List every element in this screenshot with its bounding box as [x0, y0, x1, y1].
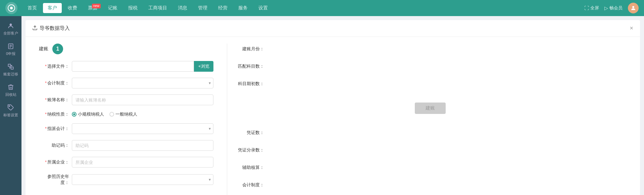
info-row-2: 科目期初数： — [234, 78, 627, 89]
file-row: *选择文件： +浏览 — [39, 61, 213, 72]
info-row-6: 会计制度： — [234, 180, 627, 190]
info-label-2: 科目期初数： — [234, 81, 264, 87]
nav-accounting[interactable]: 记账 — [103, 3, 122, 13]
sidebar-item-tag-settings[interactable]: 标签设置 — [0, 101, 21, 121]
nav-tax[interactable]: 报税 — [123, 3, 142, 13]
sidebar-label-migrate: 账套迁移 — [3, 72, 18, 77]
radio-small-scale[interactable]: 小规模纳税人 — [72, 111, 104, 117]
nav-business[interactable]: 工商项目 — [144, 3, 172, 13]
sidebar-label-all-customers: 全部客户 — [3, 31, 18, 36]
step-label: 建账 — [39, 46, 48, 52]
radio-general[interactable]: 一般纳税人 — [109, 111, 137, 117]
tag-icon — [7, 104, 14, 111]
info-row-3: 凭证数： — [234, 127, 627, 138]
tax-type-row: *纳税性质： 小规模纳税人 一般纳税人 — [39, 111, 213, 117]
nav-invoice[interactable]: 票据 new — [83, 3, 102, 13]
screen-icon — [584, 5, 589, 11]
trash-icon — [7, 83, 14, 91]
accountant-row: *指派会计： ▾ — [39, 123, 213, 134]
accountant-label: *指派会计： — [39, 126, 69, 132]
logo-icon — [8, 4, 15, 12]
sidebar: 全部客户 0申报 账套迁移 回收站 标签设置 — [0, 16, 21, 195]
accounting-system-select-wrap: ▾ — [72, 78, 213, 88]
sidebar-label-recycle: 回收站 — [5, 92, 16, 97]
nav-service[interactable]: 服务 — [234, 3, 252, 13]
main-panel: 导爷数据导入 × 建账 1 *选择文件： — [26, 20, 640, 195]
main-content: 导爷数据导入 × 建账 1 *选择文件： — [21, 16, 644, 195]
nav-items: 首页 客户 收费 票据 new 记账 报税 工商项目 消息 管理 经营 服务 设… — [23, 3, 584, 13]
info-row-1: 匹配科目数： — [234, 61, 627, 72]
tax-type-label: *纳税性质： — [39, 111, 69, 117]
info-row-5: 辅助核算： — [234, 162, 627, 173]
nav-customer[interactable]: 客户 — [43, 3, 62, 13]
upload-icon — [32, 25, 38, 31]
sidebar-label-tag-settings: 标签设置 — [3, 113, 18, 118]
layout: 全部客户 0申报 账套迁移 回收站 标签设置 — [0, 16, 644, 195]
history-year-select-wrap: ▾ — [72, 174, 213, 185]
step-header: 建账 1 — [39, 44, 213, 54]
history-year-label: 参照历史年度： — [39, 174, 69, 186]
svg-rect-6 — [8, 64, 11, 67]
sidebar-item-recycle[interactable]: 回收站 — [0, 80, 21, 101]
panel-header: 导爷数据导入 × — [26, 20, 640, 37]
close-button[interactable]: × — [630, 25, 633, 32]
tax-type-radio-group: 小规模纳税人 一般纳税人 — [72, 111, 213, 117]
svg-point-0 — [632, 6, 634, 8]
report-icon — [7, 43, 14, 50]
info-label-1: 匹配科目数： — [234, 63, 264, 69]
memo-code-input[interactable] — [72, 140, 213, 151]
fullscreen-button[interactable]: 全屏 — [584, 5, 599, 11]
info-row-4: 凭证分录数： — [234, 145, 627, 155]
vip-icon — [604, 5, 608, 11]
sidebar-label-zero-report: 0申报 — [6, 51, 15, 56]
form-left: 建账 1 *选择文件： +浏览 — [39, 44, 213, 195]
info-row-0: 建账月份： — [234, 44, 627, 54]
app-logo[interactable] — [5, 2, 17, 14]
form-container: 建账 1 *选择文件： +浏览 — [26, 37, 640, 195]
nav-manage[interactable]: 管理 — [193, 3, 212, 13]
svg-point-1 — [10, 23, 12, 26]
migrate-icon — [7, 63, 14, 70]
user-avatar[interactable] — [628, 3, 639, 13]
file-input[interactable] — [72, 61, 194, 72]
info-label-4: 凭证分录数： — [234, 147, 264, 153]
company-row: *所属企业： — [39, 157, 213, 168]
build-account-button[interactable]: 建账 — [415, 103, 446, 114]
sidebar-item-all-customers[interactable]: 全部客户 — [0, 19, 21, 39]
nav-billing[interactable]: 收费 — [63, 3, 82, 13]
company-label: *所属企业： — [39, 159, 69, 165]
sidebar-item-migrate[interactable]: 账套迁移 — [0, 60, 21, 80]
file-label: *选择文件： — [39, 63, 69, 69]
radio-dot-general — [109, 112, 114, 117]
info-label-0: 建账月份： — [234, 46, 264, 52]
nav-operation[interactable]: 经营 — [213, 3, 232, 13]
nav-message[interactable]: 消息 — [173, 3, 192, 13]
nav-settings[interactable]: 设置 — [254, 3, 273, 13]
vip-button[interactable]: 畅会员 — [604, 5, 623, 11]
memo-code-label: 助记码： — [39, 142, 69, 148]
ledger-name-row: *账簿名称： — [39, 94, 213, 105]
ledger-name-label: *账簿名称： — [39, 97, 69, 103]
history-year-select[interactable] — [72, 174, 213, 185]
info-label-6: 会计制度： — [234, 182, 264, 188]
browse-button[interactable]: +浏览 — [194, 61, 213, 72]
history-year-row: 参照历史年度： ▾ — [39, 174, 213, 186]
memo-code-row: 助记码： — [39, 140, 213, 151]
svg-point-8 — [9, 106, 10, 107]
ledger-name-input[interactable] — [72, 94, 213, 105]
company-input[interactable] — [72, 157, 213, 168]
info-label-5: 辅助核算： — [234, 165, 264, 171]
step-circle: 1 — [52, 44, 63, 54]
info-label-3: 凭证数： — [234, 130, 264, 136]
accounting-system-row: *会计制度： ▾ — [39, 78, 213, 88]
accountant-select[interactable] — [72, 123, 213, 134]
form-right: 建账月份： 匹配科目数： 科目期初数： 建账 — [227, 44, 627, 195]
nav-home[interactable]: 首页 — [23, 3, 42, 13]
accountant-select-wrap: ▾ — [72, 123, 213, 134]
svg-rect-7 — [11, 67, 13, 69]
top-nav: 首页 客户 收费 票据 new 记账 报税 工商项目 消息 管理 经营 服务 设… — [0, 0, 644, 16]
file-input-wrap: +浏览 — [72, 61, 213, 72]
accounting-system-select[interactable] — [72, 78, 213, 88]
accounting-system-label: *会计制度： — [39, 80, 69, 86]
sidebar-item-zero-report[interactable]: 0申报 — [0, 39, 21, 60]
